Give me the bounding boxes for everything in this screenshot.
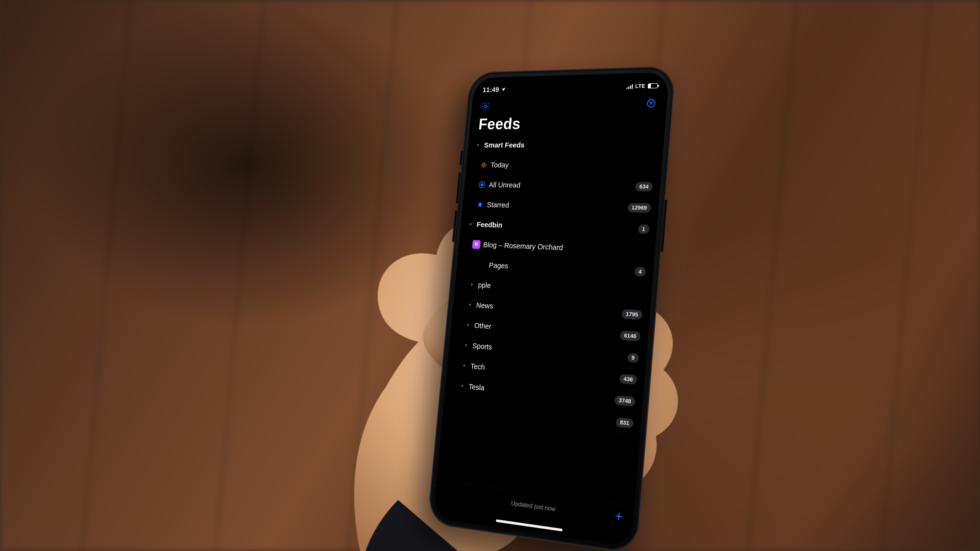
unread-badge: 3748 bbox=[614, 395, 635, 407]
filter-button[interactable] bbox=[644, 97, 658, 110]
unread-badge: 1 bbox=[638, 224, 650, 234]
chevron-right-icon bbox=[467, 281, 477, 287]
spacer bbox=[455, 406, 465, 407]
phone-frame: 11:49 LTE Feeds bbox=[427, 66, 676, 551]
gear-icon bbox=[481, 102, 491, 111]
battery-icon bbox=[648, 83, 658, 89]
section-label: Feedbin bbox=[475, 220, 638, 233]
feed-label: Today bbox=[489, 161, 655, 170]
feed-label: Other bbox=[473, 321, 620, 340]
status-carrier: LTE bbox=[635, 83, 646, 89]
unread-badge: 12969 bbox=[627, 203, 651, 213]
unread-badge: 9 bbox=[627, 353, 639, 363]
signal-icon bbox=[626, 84, 633, 89]
chevron-right-icon bbox=[459, 362, 469, 368]
section-smart-feeds[interactable]: Smart Feeds bbox=[468, 134, 665, 156]
feed-all-unread[interactable]: All Unread 634 bbox=[464, 175, 661, 198]
feed-label: Blog – Rosemary Orchard bbox=[482, 240, 648, 255]
feed-label: Starred bbox=[485, 200, 628, 212]
unread-badge: 634 bbox=[635, 182, 653, 191]
phone-screen: 11:49 LTE Feeds bbox=[433, 72, 670, 547]
chevron-right-icon bbox=[465, 302, 475, 308]
section-label: Smart Feeds bbox=[482, 140, 656, 149]
add-feed-button[interactable]: + bbox=[614, 509, 623, 524]
feed-label: pple bbox=[476, 281, 644, 298]
feed-label: Pages bbox=[487, 261, 635, 276]
star-icon bbox=[474, 200, 486, 209]
notch bbox=[533, 74, 604, 89]
settings-button[interactable] bbox=[480, 100, 492, 113]
feed-label bbox=[466, 407, 616, 422]
unread-badge: 436 bbox=[619, 374, 637, 385]
status-time: 11:49 bbox=[482, 86, 500, 94]
spacer bbox=[445, 493, 456, 494]
feeds-list[interactable]: Smart Feeds Today All Unread 634 bbox=[436, 134, 664, 506]
chevron-down-icon bbox=[466, 221, 476, 227]
svg-point-4 bbox=[480, 183, 484, 186]
chevron-right-icon bbox=[457, 383, 468, 389]
unread-badge: 1795 bbox=[621, 309, 643, 320]
svg-point-2 bbox=[482, 164, 485, 166]
spacer bbox=[476, 265, 488, 265]
svg-point-0 bbox=[485, 105, 487, 108]
unread-badge: 4 bbox=[634, 267, 646, 277]
favicon-icon: R bbox=[470, 240, 482, 249]
unread-badge: 6146 bbox=[620, 330, 641, 341]
unread-badge: 831 bbox=[616, 417, 634, 428]
chevron-right-icon bbox=[463, 322, 473, 328]
feed-today[interactable]: Today bbox=[466, 155, 663, 176]
chevron-right-icon bbox=[461, 342, 471, 348]
unread-icon bbox=[476, 180, 488, 189]
feed-label: All Unread bbox=[487, 181, 636, 191]
feed-label: News bbox=[474, 301, 622, 318]
page-title: Feeds bbox=[469, 112, 667, 135]
chevron-down-icon bbox=[473, 142, 483, 148]
filter-icon bbox=[646, 98, 656, 109]
location-icon bbox=[501, 87, 506, 92]
today-icon bbox=[478, 161, 490, 169]
